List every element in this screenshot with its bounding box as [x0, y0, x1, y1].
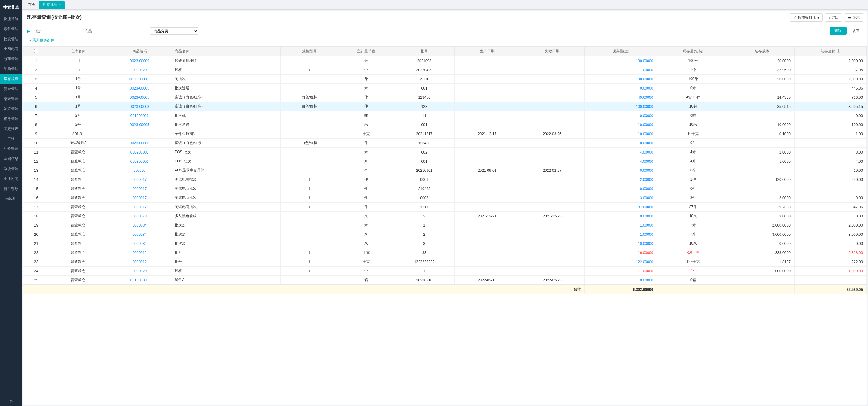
row-batch: 2: [394, 212, 455, 221]
table-row: 4 1号 0023-00005 批次逢遇 米 001 0.00000 0米 44…: [23, 84, 867, 93]
tab-inventory-batch[interactable]: 库存批次 ×: [39, 1, 65, 8]
expand-icon[interactable]: ▶: [27, 29, 30, 34]
sidebar-item-asset[interactable]: 资金管理: [0, 84, 22, 94]
table-row: 19 普查粮仓 0000084 批次次 米 1 1.00000 1米 2,000…: [23, 221, 867, 230]
code-link[interactable]: 0000078: [132, 214, 147, 218]
sidebar-item-sys[interactable]: 系统管理: [0, 164, 22, 174]
settings-button[interactable]: 设置: [849, 27, 863, 35]
qty-link[interactable]: 0.00000: [640, 141, 653, 145]
qty-link[interactable]: 4.00000: [640, 150, 653, 155]
code-link[interactable]: 0023-00008: [130, 104, 149, 109]
sidebar-item-quick-nav[interactable]: 快捷导航: [0, 14, 22, 24]
qty-link[interactable]: 0.00000: [640, 168, 653, 173]
qty-link[interactable]: 49.60000: [638, 95, 653, 100]
qty-link[interactable]: -1.00000: [639, 269, 653, 273]
code-link[interactable]: 000900001: [130, 159, 149, 164]
sidebar-item-ecom[interactable]: 电商管理: [0, 54, 22, 64]
row-code: 0023-00005: [107, 120, 172, 130]
code-link[interactable]: 0023-00005: [130, 123, 149, 127]
qty-link[interactable]: 1.00000: [640, 232, 653, 237]
select-all-checkbox[interactable]: [34, 49, 38, 53]
code-link[interactable]: 001000031: [130, 278, 149, 282]
code-link[interactable]: 0000084: [132, 223, 147, 228]
sidebar-item-general[interactable]: 总账管理: [0, 94, 22, 104]
row-warehouse: 普查粮仓: [49, 157, 107, 166]
code-link[interactable]: 000900001: [130, 150, 149, 155]
expand-conditions-button[interactable]: ▾ 展开更多条件: [27, 37, 57, 44]
toggle-button[interactable]: ☰ 显示: [844, 13, 863, 22]
sidebar-settings-icon[interactable]: ⚙: [0, 397, 22, 406]
code-link[interactable]: 0023-00009: [130, 59, 149, 63]
sidebar-item-mini-ecom[interactable]: 小额电商: [0, 44, 22, 54]
sidebar-item-cloud[interactable]: 云应用: [0, 194, 22, 204]
sidebar-item-basic[interactable]: 基础信息: [0, 154, 22, 164]
warehouse-input[interactable]: [33, 28, 75, 34]
code-link[interactable]: 0000017: [132, 196, 147, 200]
qty-link[interactable]: 100.00000: [636, 104, 653, 109]
row-name: 展板: [172, 267, 280, 276]
sidebar-item-sales[interactable]: 零售管理: [0, 24, 22, 34]
qty-link[interactable]: -16.00000: [637, 251, 653, 255]
code-link[interactable]: 0000017: [132, 205, 147, 209]
row-unit: 个: [338, 166, 394, 175]
sidebar-item-hr[interactable]: 工资: [0, 134, 22, 144]
code-link[interactable]: 0000084: [132, 232, 147, 237]
code-link[interactable]: 000097: [133, 168, 146, 173]
row-cost: [729, 276, 794, 285]
sidebar-logo[interactable]: 搜索菜单: [2, 2, 20, 13]
qty-link[interactable]: 0.00000: [640, 113, 653, 118]
qty-link[interactable]: 2.00000: [640, 177, 653, 182]
row-exp-date: [520, 139, 585, 148]
row-prod-date: [455, 84, 520, 93]
sidebar-item-inventory[interactable]: 库存核查: [0, 74, 22, 84]
code-link[interactable]: 0000017: [132, 177, 147, 182]
qty-link[interactable]: 100.00000: [636, 59, 653, 63]
export-button[interactable]: ↑ 导出: [825, 13, 842, 22]
qty-link[interactable]: 0.00000: [640, 187, 653, 191]
sidebar-item-newbie[interactable]: 新手引导: [0, 184, 22, 194]
qty-link[interactable]: 10.00000: [638, 123, 653, 127]
th-cost: 结存成本: [729, 46, 794, 56]
qty-link[interactable]: 122.00000: [636, 260, 653, 264]
sidebar-item-ops[interactable]: 经营管理: [0, 144, 22, 154]
print-button[interactable]: 🖨 按模板打印 ▾: [789, 13, 823, 22]
qty-link[interactable]: 10.00000: [638, 132, 653, 136]
code-link[interactable]: 0000012: [132, 260, 147, 264]
row-batch: 123456: [394, 139, 455, 148]
code-link[interactable]: 0000029: [132, 269, 147, 273]
qty-link[interactable]: 0.00000: [640, 86, 653, 91]
sidebar-item-invoice[interactable]: 发票管理: [0, 104, 22, 114]
row-qty-main: 2.00000: [585, 175, 657, 184]
code-link[interactable]: 0000012: [132, 251, 147, 255]
qty-link[interactable]: 4.00000: [640, 159, 653, 164]
code-link[interactable]: 001000026: [130, 113, 149, 118]
qty-link[interactable]: 87.00000: [638, 205, 653, 209]
qty-link[interactable]: 10.00000: [638, 241, 653, 246]
qty-link[interactable]: 3.00000: [640, 196, 653, 200]
row-batch: A001: [394, 75, 455, 84]
code-link[interactable]: 0023-00005: [130, 95, 149, 100]
product-input[interactable]: [82, 28, 143, 34]
qty-link[interactable]: 10.00000: [638, 214, 653, 218]
tab-close-icon[interactable]: ×: [59, 3, 61, 6]
code-link[interactable]: 0000029: [132, 68, 147, 72]
qty-link[interactable]: 1.00000: [640, 223, 653, 228]
qty-link[interactable]: 1.00000: [640, 68, 653, 72]
sidebar-item-fixed-asset[interactable]: 固定资产: [0, 124, 22, 134]
code-link[interactable]: 0023-00008: [130, 141, 149, 145]
sidebar-item-tax[interactable]: 税务管理: [0, 114, 22, 124]
search-button[interactable]: 查询: [830, 27, 847, 35]
row-cost: 2,000.0000: [729, 221, 794, 230]
code-link[interactable]: 0000017: [132, 187, 147, 191]
row-cost: 1.0000: [729, 157, 794, 166]
tab-home[interactable]: 首页: [24, 1, 39, 8]
code-link[interactable]: 0023-0000...: [129, 77, 150, 81]
sidebar-item-purchase[interactable]: 采购管理: [0, 64, 22, 74]
code-link[interactable]: 0000084: [132, 241, 147, 246]
code-link[interactable]: 0023-00005: [130, 86, 149, 91]
category-select[interactable]: 商品分类: [150, 27, 198, 35]
sidebar-item-collab[interactable]: 企业协同: [0, 174, 22, 184]
qty-link[interactable]: 100.00000: [636, 77, 653, 81]
sidebar-item-wholesale[interactable]: 批发管理: [0, 34, 22, 44]
qty-link[interactable]: 0.00000: [640, 278, 653, 282]
